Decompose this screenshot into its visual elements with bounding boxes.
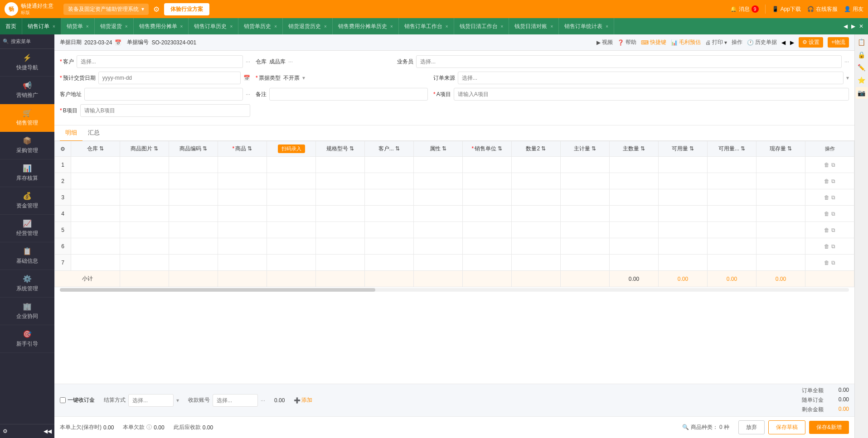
- sidebar-collapse-icon[interactable]: ◀◀: [44, 428, 52, 434]
- discard-button[interactable]: 放弃: [738, 420, 765, 434]
- tab-fee-history[interactable]: 销售费用分摊单历史 ×: [333, 18, 399, 34]
- help-circle-icon[interactable]: ⓘ: [146, 424, 152, 431]
- customer-address-input[interactable]: [84, 88, 243, 101]
- row-product-code[interactable]: [169, 157, 218, 173]
- customer-more-icon[interactable]: ···: [246, 58, 250, 65]
- nav-prev-icon[interactable]: ◀: [781, 39, 786, 46]
- delivery-calendar-icon[interactable]: 📅: [243, 75, 250, 81]
- delete-icon[interactable]: 🗑: [824, 178, 829, 184]
- delete-icon[interactable]: 🗑: [824, 211, 829, 217]
- tab-sales-fee[interactable]: 销售费用分摊单 ×: [134, 18, 189, 34]
- row-product-image[interactable]: [120, 157, 169, 173]
- operations-action-btn[interactable]: 操作: [732, 39, 742, 46]
- settings-button[interactable]: ⚙ 设置: [799, 37, 823, 48]
- panel-icon-star[interactable]: ⭐: [856, 74, 868, 86]
- calendar-icon[interactable]: 📅: [115, 39, 121, 46]
- tab-daily-reconcile[interactable]: 钱货日清对账 ×: [509, 18, 559, 34]
- copy-icon[interactable]: ⧉: [831, 211, 835, 217]
- delete-icon[interactable]: 🗑: [824, 162, 829, 168]
- nav-close-all[interactable]: ✕: [857, 22, 865, 30]
- row-customer-code[interactable]: [365, 157, 414, 173]
- bank-account-more-icon[interactable]: ···: [261, 397, 265, 404]
- save-draft-button[interactable]: 保存草稿: [768, 420, 805, 434]
- industry-solution-button[interactable]: 体验行业方案: [164, 3, 209, 15]
- sidebar-item-operations[interactable]: 📈 经营管理: [0, 215, 54, 242]
- sidebar-item-marketing[interactable]: 📢 营销推广: [0, 77, 54, 104]
- one-click-payment-checkbox[interactable]: 一键收订金: [60, 396, 95, 404]
- row-spec[interactable]: [316, 157, 365, 173]
- tab-detail[interactable]: 明细: [60, 125, 82, 141]
- close-icon[interactable]: ×: [180, 24, 183, 29]
- sidebar-item-sales[interactable]: 🛒 销售管理: [0, 104, 54, 132]
- shortcut-action-btn[interactable]: ⌨ 快捷键: [641, 39, 666, 46]
- row-available2[interactable]: [708, 157, 756, 173]
- tab-order-stats[interactable]: 销售订单统计表 ×: [559, 18, 614, 34]
- warehouse-more-icon[interactable]: ···: [288, 58, 293, 65]
- nav-right-arrow[interactable]: ▶: [849, 22, 857, 30]
- close-icon[interactable]: ×: [86, 24, 89, 29]
- close-icon[interactable]: ×: [390, 24, 393, 29]
- message-button[interactable]: 🔔 消息 9: [730, 5, 759, 13]
- row-scan[interactable]: [267, 157, 316, 173]
- close-icon[interactable]: ×: [125, 24, 128, 29]
- tab-order-workbench[interactable]: 销售订单工作台 ×: [399, 18, 454, 34]
- remark-input[interactable]: [269, 88, 428, 101]
- sidebar-item-finance[interactable]: 💰 资金管理: [0, 187, 54, 215]
- scan-input-button[interactable]: 扫码录入: [278, 144, 305, 153]
- nav-next-icon[interactable]: ▶: [790, 39, 794, 46]
- app-download-button[interactable]: 📱 App下载: [772, 5, 801, 13]
- row-unit[interactable]: [463, 157, 512, 173]
- row-stock[interactable]: [756, 157, 805, 173]
- horizontal-scrollbar[interactable]: [60, 288, 849, 292]
- sidebar-item-system[interactable]: ⚙️ 系统管理: [0, 270, 54, 298]
- settings-gear-icon[interactable]: ⚙: [153, 5, 160, 14]
- close-icon[interactable]: ×: [606, 24, 608, 29]
- save-new-button[interactable]: 保存&新增: [809, 421, 849, 434]
- add-button[interactable]: ➕ 添加: [294, 396, 312, 404]
- delete-icon[interactable]: 🗑: [824, 194, 829, 201]
- goods-count-icon[interactable]: 🔍: [682, 424, 689, 430]
- tab-sales-goods[interactable]: 销货单 ×: [61, 18, 95, 34]
- sidebar-settings-icon[interactable]: ⚙: [3, 428, 8, 434]
- history-action-btn[interactable]: 🕐 历史单据: [747, 39, 777, 46]
- sidebar-item-enterprise[interactable]: 🏢 企业协同: [0, 298, 54, 325]
- copy-icon[interactable]: ⧉: [831, 260, 835, 266]
- panel-icon-lock[interactable]: 🔒: [856, 49, 868, 61]
- tab-sales-return[interactable]: 销货退货 ×: [95, 18, 134, 34]
- close-icon[interactable]: ×: [324, 24, 327, 29]
- copy-icon[interactable]: ⧉: [831, 194, 835, 201]
- copy-icon[interactable]: ⧉: [831, 162, 835, 168]
- delete-icon[interactable]: 🗑: [824, 243, 829, 250]
- th-settings[interactable]: ⚙: [55, 141, 71, 157]
- profit-action-btn[interactable]: 📊 毛利预估: [671, 39, 701, 46]
- delivery-date-input[interactable]: [98, 72, 241, 84]
- tab-daily-workbench[interactable]: 钱货日清工作台 ×: [454, 18, 509, 34]
- order-source-input[interactable]: [458, 72, 844, 84]
- invoice-dropdown-icon[interactable]: ▾: [302, 75, 305, 81]
- sidebar-search[interactable]: 🔍 搜索菜单: [0, 34, 54, 49]
- copy-icon[interactable]: ⧉: [831, 227, 835, 233]
- row-attributes[interactable]: [414, 157, 463, 173]
- row-main-qty[interactable]: [610, 157, 659, 173]
- close-icon[interactable]: ×: [274, 24, 277, 29]
- panel-icon-clipboard[interactable]: 📋: [856, 36, 868, 48]
- a-project-input[interactable]: [454, 88, 849, 101]
- online-support-button[interactable]: 🎧 在线客服: [807, 5, 838, 13]
- row-warehouse[interactable]: [71, 157, 120, 173]
- close-icon[interactable]: ×: [501, 24, 504, 29]
- row-product-name[interactable]: [218, 157, 267, 173]
- delete-icon[interactable]: 🗑: [824, 227, 829, 233]
- sidebar-item-guide[interactable]: 🎯 新手引导: [0, 325, 54, 353]
- settlement-input[interactable]: [128, 394, 174, 407]
- tab-home[interactable]: 首页: [0, 18, 22, 34]
- system-selector[interactable]: 装备及固定资产辅助管理系统 ▾: [63, 4, 149, 15]
- address-more-icon[interactable]: ···: [246, 91, 250, 97]
- print-action-btn[interactable]: 🖨 打印 ▾: [705, 39, 727, 46]
- panel-icon-camera[interactable]: 📷: [856, 87, 868, 99]
- bank-account-input[interactable]: [213, 394, 258, 407]
- sidebar-item-inventory[interactable]: 📊 库存核算: [0, 159, 54, 187]
- tab-sales-order[interactable]: 销售订单 ×: [22, 18, 61, 34]
- user-menu[interactable]: 👤 用友: [844, 5, 863, 13]
- staff-input[interactable]: [416, 55, 842, 68]
- sidebar-item-basic[interactable]: 📋 基础信息: [0, 242, 54, 270]
